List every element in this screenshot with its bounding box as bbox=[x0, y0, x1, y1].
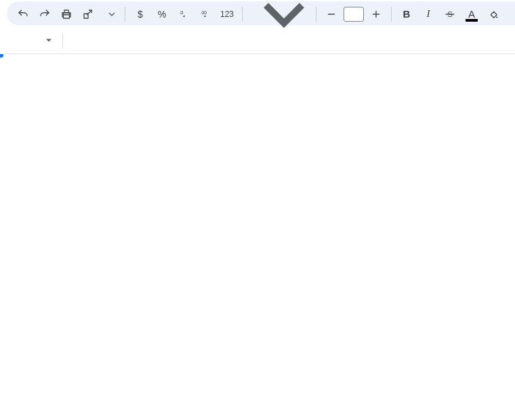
separator bbox=[62, 33, 63, 48]
separator bbox=[391, 7, 392, 22]
chevron-down-icon bbox=[108, 11, 115, 18]
zoom-dropdown[interactable] bbox=[100, 5, 119, 24]
selection-outline bbox=[0, 54, 1, 56]
toolbar: $ % .0 .00 123 B I S A bbox=[0, 0, 515, 28]
separator bbox=[316, 7, 316, 22]
svg-text:.0: .0 bbox=[179, 9, 183, 16]
separator bbox=[125, 7, 125, 22]
bold-button[interactable]: B bbox=[397, 5, 416, 24]
selection-handle[interactable] bbox=[0, 54, 3, 58]
undo-button[interactable] bbox=[14, 5, 33, 24]
spreadsheet-grid[interactable] bbox=[0, 54, 515, 420]
strikethrough-button[interactable]: S bbox=[440, 5, 459, 24]
svg-rect-0 bbox=[64, 14, 70, 18]
separator bbox=[242, 7, 243, 22]
more-formats-button[interactable]: 123 bbox=[218, 5, 236, 24]
increase-decimal-button[interactable]: .00 bbox=[196, 5, 215, 24]
font-size-input[interactable] bbox=[344, 7, 364, 22]
print-button[interactable] bbox=[57, 5, 76, 24]
text-color-button[interactable]: A bbox=[462, 5, 481, 24]
svg-text:.00: .00 bbox=[201, 10, 207, 15]
font-dropdown[interactable] bbox=[248, 5, 310, 24]
italic-button[interactable]: I bbox=[419, 5, 438, 24]
decrease-font-size-button[interactable] bbox=[322, 5, 341, 24]
increase-font-size-button[interactable] bbox=[367, 5, 386, 24]
chevron-down-icon bbox=[46, 38, 52, 43]
redo-button[interactable] bbox=[35, 5, 54, 24]
chevron-down-icon bbox=[262, 0, 306, 37]
decrease-decimal-button[interactable]: .0 bbox=[174, 5, 193, 24]
name-box[interactable] bbox=[7, 33, 56, 49]
percent-button[interactable]: % bbox=[152, 5, 171, 24]
fill-color-button[interactable] bbox=[484, 5, 503, 24]
currency-button[interactable]: $ bbox=[131, 5, 150, 24]
paint-format-button[interactable] bbox=[79, 5, 98, 24]
svg-point-9 bbox=[496, 16, 497, 18]
formula-bar bbox=[0, 28, 515, 54]
